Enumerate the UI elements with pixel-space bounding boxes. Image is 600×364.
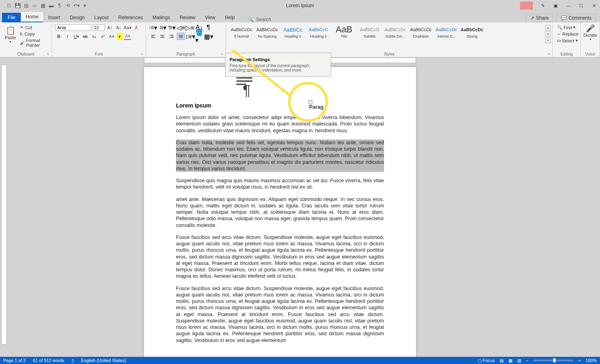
change-case-icon[interactable]: Aa▾ bbox=[124, 24, 131, 31]
styles-launcher[interactable]: ↘ bbox=[547, 52, 551, 56]
numbering-icon[interactable]: ▾ bbox=[158, 24, 166, 31]
multilevel-icon[interactable]: ▾ bbox=[168, 24, 176, 31]
status-words[interactable]: 61 of 912 words bbox=[33, 358, 64, 363]
show-marks-icon[interactable]: ¶ bbox=[204, 24, 212, 31]
font-launcher[interactable]: ↘ bbox=[140, 52, 144, 56]
font-color-icon[interactable]: A▾ bbox=[124, 33, 131, 40]
paste-button[interactable]: 📋 Paste▾ bbox=[3, 24, 18, 48]
bullets-icon[interactable]: ▾ bbox=[149, 24, 157, 31]
tab-review[interactable]: Review bbox=[175, 13, 200, 22]
font-group: A↑ A↓ Aa▾ A̸ B I U▾ ab x₂ x² A▾ ▾ A▾ Fon… bbox=[52, 22, 146, 57]
zoom-in-button[interactable]: + bbox=[578, 358, 580, 363]
text-effects-icon[interactable]: A▾ bbox=[108, 33, 115, 40]
minimize-button[interactable]: — bbox=[562, 1, 574, 10]
undo-icon[interactable]: ↶▾ bbox=[73, 2, 80, 9]
increase-indent-icon[interactable]: ▷≡ bbox=[186, 24, 194, 31]
print-layout-icon[interactable]: ▦ bbox=[508, 358, 512, 363]
page[interactable]: Lorem Ipsum Lorem ipsum dolor sit amet, … bbox=[144, 67, 416, 357]
line-spacing-icon[interactable]: ↕≡▾ bbox=[186, 33, 194, 40]
clipboard-launcher[interactable]: ↘ bbox=[46, 52, 50, 56]
read-mode-icon[interactable]: ▤ bbox=[500, 358, 504, 363]
tab-references[interactable]: References bbox=[114, 13, 148, 22]
new-blank-icon[interactable]: ▭ bbox=[31, 2, 38, 9]
file-tab[interactable]: File bbox=[2, 13, 21, 22]
draw-mode-icon[interactable]: ✎ bbox=[537, 1, 549, 10]
style-heading-2[interactable]: AaBbCcCHeading 2 bbox=[306, 24, 331, 39]
new-doc-icon[interactable]: 🗋 bbox=[6, 2, 12, 9]
ribbon-toggle-icon[interactable]: ▣ bbox=[550, 1, 562, 10]
share-button[interactable]: ↗ Share bbox=[526, 14, 553, 22]
styles-more-icon[interactable]: ≡ bbox=[545, 38, 551, 43]
decrease-indent-icon[interactable]: ◁≡ bbox=[177, 24, 185, 31]
style-subtle-em-[interactable]: AaBbCcDcSubtle Em... bbox=[383, 24, 408, 39]
align-center-icon[interactable] bbox=[158, 33, 166, 40]
style--normal[interactable]: AaBbCcDc¶ Normal bbox=[229, 24, 254, 39]
align-left-icon[interactable] bbox=[149, 33, 157, 40]
format-painter-button[interactable]: 🖌 Format Painter bbox=[19, 37, 48, 48]
find-button[interactable]: 🔍Find▾ bbox=[556, 24, 577, 31]
font-size-select[interactable] bbox=[93, 24, 105, 31]
underline-button[interactable]: U▾ bbox=[73, 33, 80, 40]
subscript-button[interactable]: x₂ bbox=[90, 33, 98, 40]
svg-point-4 bbox=[150, 28, 150, 29]
style-no-spacing[interactable]: AaBbCcDcNo Spacing bbox=[255, 24, 280, 39]
status-page[interactable]: Page 1 of 2 bbox=[3, 358, 26, 363]
tab-design[interactable]: Design bbox=[65, 13, 89, 22]
tab-insert[interactable]: Insert bbox=[43, 13, 65, 22]
zoom-out-button[interactable]: − bbox=[526, 358, 528, 363]
grow-font-icon[interactable]: A↑ bbox=[106, 24, 114, 31]
style-heading-1[interactable]: AaBbCcHeading 1 bbox=[280, 24, 305, 39]
web-layout-icon[interactable]: ▥ bbox=[517, 358, 521, 363]
table-icon[interactable]: ▦ bbox=[40, 2, 46, 9]
shading-icon[interactable]: 🪣▾ bbox=[195, 33, 203, 40]
status-spell-icon[interactable]: ▯ bbox=[72, 358, 74, 363]
tab-home[interactable]: Home bbox=[21, 12, 43, 22]
replace-button[interactable]: ↔Replace bbox=[556, 31, 577, 37]
pilcrow-icon[interactable]: ¶ bbox=[56, 2, 63, 9]
justify-icon[interactable] bbox=[177, 33, 185, 40]
vertical-ruler[interactable] bbox=[1, 65, 7, 344]
highlight-icon[interactable]: ▾ bbox=[117, 33, 122, 40]
bold-button[interactable]: B bbox=[55, 33, 62, 40]
copy-button[interactable]: ⎘ Copy bbox=[19, 31, 48, 37]
dictate-button[interactable]: 🎤 Dictate▾ bbox=[584, 24, 596, 41]
style-title[interactable]: AaBTitle bbox=[332, 24, 356, 39]
borders-icon[interactable]: ▦▾ bbox=[204, 33, 212, 40]
strike-button[interactable]: ab bbox=[82, 33, 89, 40]
zoom-level[interactable]: 100% bbox=[586, 358, 597, 363]
paragraph-launcher[interactable]: ↘ bbox=[220, 52, 224, 56]
font-name-select[interactable] bbox=[55, 24, 91, 31]
clear-fmt-icon[interactable]: ⟲ bbox=[65, 2, 71, 9]
save-icon[interactable]: 💾 bbox=[14, 2, 21, 9]
focus-mode-button[interactable]: ▢ Focus bbox=[478, 358, 495, 363]
quick-print-icon[interactable]: ▤ bbox=[23, 2, 29, 9]
style-strong[interactable]: AaBbCcDcStrong bbox=[460, 24, 484, 39]
paragraph-settings-tooltip: Paragraph Settings Fine-tune the layout … bbox=[225, 53, 331, 77]
user-avatar[interactable] bbox=[520, 2, 533, 10]
styles-up-icon[interactable]: ▴ bbox=[545, 25, 551, 30]
search-box[interactable]: 🔍 Search bbox=[248, 17, 271, 22]
close-button[interactable]: ✕ bbox=[588, 1, 600, 10]
align-right-icon[interactable] bbox=[168, 33, 176, 40]
tab-layout[interactable]: Layout bbox=[90, 13, 114, 22]
tab-mailings[interactable]: Mailings bbox=[148, 13, 175, 22]
cut-button[interactable]: ✂ Cut bbox=[19, 24, 48, 31]
italic-button[interactable]: I bbox=[64, 33, 71, 40]
style-emphasis[interactable]: AaBbCcDcEmphasis bbox=[408, 24, 433, 39]
tab-view[interactable]: View bbox=[200, 13, 220, 22]
comments-button[interactable]: 💬 Comments bbox=[556, 14, 596, 22]
shrink-font-icon[interactable]: A↓ bbox=[115, 24, 122, 31]
tab-help[interactable]: Help bbox=[220, 13, 240, 22]
select-button[interactable]: ▭Select▾ bbox=[556, 37, 577, 44]
row-icon[interactable]: ▬ bbox=[48, 2, 54, 9]
zoom-slider[interactable] bbox=[533, 360, 573, 361]
style-subtitle[interactable]: AaBbCcDSubtitle bbox=[357, 24, 382, 39]
style-intense-e-[interactable]: AaBbCcDcIntense E... bbox=[434, 24, 459, 39]
status-bar: Page 1 of 2 61 of 912 words ▯ English (U… bbox=[0, 357, 600, 364]
qat-more-icon[interactable]: ▾ bbox=[82, 2, 88, 9]
superscript-button[interactable]: x² bbox=[99, 33, 106, 40]
status-language[interactable]: English (United States) bbox=[81, 358, 126, 363]
styles-down-icon[interactable]: ▾ bbox=[545, 31, 551, 37]
clear-format-icon[interactable]: A̸ bbox=[133, 24, 140, 31]
maximize-button[interactable]: ☐ bbox=[575, 1, 587, 10]
